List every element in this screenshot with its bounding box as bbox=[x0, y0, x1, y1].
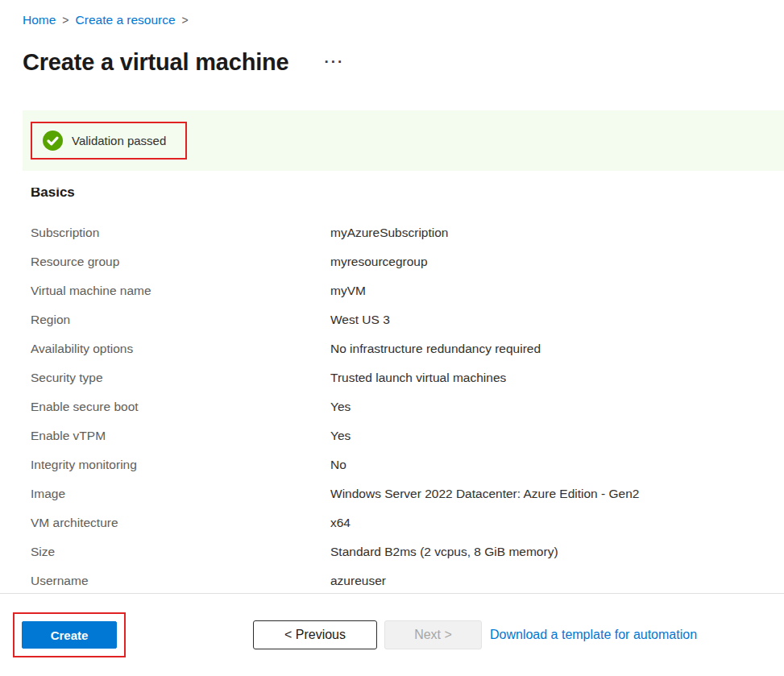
summary-row-security-type: Security type Trusted launch virtual mac… bbox=[31, 363, 784, 392]
row-value: azureuser bbox=[330, 574, 386, 588]
row-value: No infrastructure redundancy required bbox=[330, 342, 541, 356]
row-value: Trusted launch virtual machines bbox=[330, 371, 506, 385]
summary-row-integrity-monitoring: Integrity monitoring No bbox=[31, 450, 784, 479]
previous-button[interactable]: < Previous bbox=[253, 620, 377, 649]
row-value: Yes bbox=[330, 400, 351, 414]
row-value: myAzureSubscription bbox=[330, 226, 448, 240]
row-label: Enable secure boot bbox=[31, 400, 330, 414]
row-value: myresourcegroup bbox=[330, 255, 428, 269]
basics-heading: Basics bbox=[31, 188, 784, 202]
row-label: Region bbox=[31, 313, 330, 327]
summary-row-image: Image Windows Server 2022 Datacenter: Az… bbox=[31, 479, 784, 508]
row-label: Virtual machine name bbox=[31, 284, 330, 298]
summary-row-username: Username azureuser bbox=[31, 566, 784, 595]
basics-summary-list: Subscription myAzureSubscription Resourc… bbox=[31, 218, 784, 595]
row-label: Subscription bbox=[31, 226, 330, 240]
download-template-link[interactable]: Download a template for automation bbox=[490, 628, 697, 642]
row-label: Enable vTPM bbox=[31, 429, 330, 443]
summary-row-enable-vtpm: Enable vTPM Yes bbox=[31, 421, 784, 450]
row-value: myVM bbox=[330, 284, 366, 298]
basics-heading-container: Basics bbox=[31, 188, 784, 203]
row-label: Username bbox=[31, 574, 330, 588]
breadcrumb-home-link[interactable]: Home bbox=[23, 13, 56, 27]
summary-row-size: Size Standard B2ms (2 vcpus, 8 GiB memor… bbox=[31, 537, 784, 566]
row-value: Standard B2ms (2 vcpus, 8 GiB memory) bbox=[330, 545, 558, 559]
row-label: Image bbox=[31, 487, 330, 501]
row-value: Windows Server 2022 Datacenter: Azure Ed… bbox=[330, 487, 639, 501]
breadcrumb-chevron-icon: > bbox=[62, 14, 68, 27]
summary-row-enable-secure-boot: Enable secure boot Yes bbox=[31, 392, 784, 421]
create-button[interactable]: Create bbox=[22, 621, 117, 649]
basics-section: Basics Subscription myAzureSubscription … bbox=[31, 188, 784, 595]
summary-row-vm-name: Virtual machine name myVM bbox=[31, 276, 784, 305]
validation-status-text: Validation passed bbox=[72, 134, 166, 147]
summary-row-vm-architecture: VM architecture x64 bbox=[31, 508, 784, 537]
row-value: Yes bbox=[330, 429, 351, 443]
breadcrumb: Home>Create a resource> bbox=[0, 0, 784, 29]
create-vm-review-page: Home>Create a resource> Create a virtual… bbox=[0, 0, 784, 676]
more-options-icon[interactable]: ··· bbox=[321, 54, 347, 70]
summary-row-region: Region West US 3 bbox=[31, 305, 784, 334]
summary-row-resource-group: Resource group myresourcegroup bbox=[31, 247, 784, 276]
footer-action-bar: Create < Previous Next > Download a temp… bbox=[0, 594, 784, 657]
annotation-highlight-box: Create bbox=[13, 612, 126, 657]
row-value: No bbox=[330, 458, 346, 472]
breadcrumb-chevron-icon: > bbox=[182, 14, 189, 27]
summary-row-subscription: Subscription myAzureSubscription bbox=[31, 218, 784, 247]
row-label: Availability options bbox=[31, 342, 330, 356]
page-title: Create a virtual machine bbox=[23, 48, 288, 76]
annotation-highlight-box: Validation passed bbox=[31, 122, 187, 160]
success-check-icon bbox=[43, 131, 63, 151]
row-label: Security type bbox=[31, 371, 330, 385]
title-row: Create a virtual machine ··· bbox=[23, 48, 784, 76]
row-label: Integrity monitoring bbox=[31, 458, 330, 472]
row-label: Resource group bbox=[31, 255, 330, 269]
summary-row-availability-options: Availability options No infrastructure r… bbox=[31, 334, 784, 363]
row-value: West US 3 bbox=[330, 313, 390, 327]
row-label: VM architecture bbox=[31, 516, 330, 530]
row-value: x64 bbox=[330, 516, 351, 530]
row-label: Size bbox=[31, 545, 330, 559]
breadcrumb-create-a-resource-link[interactable]: Create a resource bbox=[76, 13, 176, 27]
next-button[interactable]: Next > bbox=[384, 620, 482, 649]
validation-banner: Validation passed bbox=[23, 110, 784, 171]
